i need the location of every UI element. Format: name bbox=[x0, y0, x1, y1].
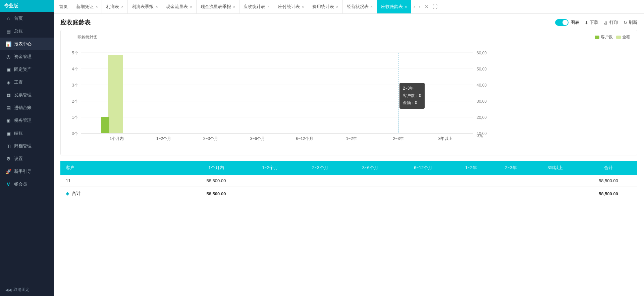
sidebar-item-label: 设置 bbox=[14, 156, 23, 162]
tab-bar: 首页 新增凭证 × 利润表 × 利润表季报 × 现金流量表 × 现金流量表季报 … bbox=[54, 0, 644, 14]
bar-amount-0 bbox=[108, 55, 123, 133]
sidebar-item-label: 首页 bbox=[14, 15, 23, 21]
header-actions: 图表 ⬇ 下载 🖨 打印 ↻ 刷新 bbox=[555, 19, 637, 26]
tab-close-icon[interactable]: × bbox=[371, 5, 373, 9]
tab-label: 现金流量表季报 bbox=[201, 4, 231, 10]
tab-cashflow-quarter[interactable]: 现金流量表季报 × bbox=[197, 0, 239, 13]
pin-icon: ◀◀ bbox=[5, 288, 11, 292]
tab-close-all-btn[interactable]: ✕ bbox=[423, 0, 431, 13]
bar-customer-0 bbox=[101, 117, 109, 133]
tab-close-icon[interactable]: × bbox=[336, 5, 338, 9]
chart-toggle-container: 图表 bbox=[555, 19, 579, 26]
tab-cashflow[interactable]: 现金流量表 × bbox=[162, 0, 196, 13]
tab-fullscreen-btn[interactable]: ⛶ bbox=[431, 0, 439, 13]
chart-svg: 5个 4个 3个 2个 1个 0个 60,000.00元 50,000.00元 … bbox=[64, 43, 487, 150]
col-total: 合计 bbox=[580, 161, 637, 175]
table-container: 客户 1个月内 1~2个月 2~3个月 3~6个月 6~12个月 1~2年 2~… bbox=[60, 161, 637, 200]
legend-customer-label: 客户数 bbox=[601, 34, 613, 40]
tab-close-icon[interactable]: × bbox=[267, 5, 269, 9]
tab-expense-stat[interactable]: 费用统计表 × bbox=[308, 0, 342, 13]
settings-icon: ⚙ bbox=[5, 156, 11, 161]
tab-label: 应收统计表 bbox=[244, 4, 265, 10]
cell-year12 bbox=[451, 175, 491, 187]
svg-text:2~3年: 2~3年 bbox=[393, 136, 404, 141]
sidebar-item-asset[interactable]: ▣ 固定资产 bbox=[0, 63, 54, 76]
sidebar: 专业版 ⌂ 首页 ▤ 总账 📊 报表中心 ◎ 资金管理 ▣ 固定资产 ◈ 工资 … bbox=[0, 0, 54, 296]
sidebar-item-home[interactable]: ⌂ 首页 bbox=[0, 12, 54, 25]
sidebar-item-label: 新手引导 bbox=[14, 168, 32, 175]
print-btn[interactable]: 🖨 打印 bbox=[604, 19, 618, 26]
tab-home[interactable]: 首页 bbox=[55, 0, 72, 13]
tab-close-icon[interactable]: × bbox=[121, 5, 123, 9]
tab-aging[interactable]: 应收账龄表 × bbox=[377, 0, 411, 13]
cell-month36 bbox=[345, 175, 395, 187]
inventory-icon: ▤ bbox=[5, 105, 11, 110]
tab-close-icon[interactable]: × bbox=[156, 5, 158, 9]
sidebar-item-fund[interactable]: ◎ 资金管理 bbox=[0, 50, 54, 63]
member-icon: V bbox=[5, 182, 11, 187]
sidebar-item-inventory[interactable]: ▤ 进销台账 bbox=[0, 101, 54, 114]
legend-amount-label: 金额 bbox=[622, 34, 630, 40]
legend-amount-color bbox=[616, 36, 621, 39]
tab-close-icon[interactable]: × bbox=[302, 5, 304, 9]
footer-total: 58,500.00 bbox=[580, 187, 637, 200]
sidebar-item-salary[interactable]: ◈ 工资 bbox=[0, 76, 54, 89]
tab-close-icon[interactable]: × bbox=[233, 5, 235, 9]
print-label: 打印 bbox=[609, 19, 618, 26]
sidebar-item-checkout[interactable]: ▣ 结账 bbox=[0, 127, 54, 140]
sidebar-item-label: 进销台账 bbox=[14, 105, 32, 111]
footer-year12 bbox=[451, 187, 491, 200]
tax-icon: ◉ bbox=[5, 118, 11, 123]
footer-month23 bbox=[295, 187, 345, 200]
tab-close-icon[interactable]: × bbox=[405, 5, 407, 9]
sidebar-item-invoice[interactable]: ▦ 发票管理 bbox=[0, 89, 54, 101]
chart-toggle-label: 图表 bbox=[571, 19, 579, 26]
sidebar-item-tax[interactable]: ◉ 税务管理 bbox=[0, 114, 54, 127]
tab-profit[interactable]: 利润表 × bbox=[102, 0, 127, 13]
sidebar-item-report[interactable]: 📊 报表中心 bbox=[0, 38, 54, 50]
sidebar-item-archive[interactable]: ◫ 归档管理 bbox=[0, 140, 54, 152]
sidebar-footer-pin[interactable]: ◀◀ 取消固定 bbox=[0, 284, 54, 296]
tab-voucher[interactable]: 新增凭证 × bbox=[72, 0, 102, 13]
sidebar-item-ledger[interactable]: ▤ 总账 bbox=[0, 25, 54, 38]
tab-next-btn[interactable]: › bbox=[417, 0, 423, 13]
sidebar-item-settings[interactable]: ⚙ 设置 bbox=[0, 152, 54, 165]
tab-biz-status[interactable]: 经营状况表 × bbox=[343, 0, 377, 13]
svg-text:1~2年: 1~2年 bbox=[346, 136, 357, 141]
refresh-btn[interactable]: ↻ 刷新 bbox=[624, 19, 637, 26]
sidebar-item-label: 资金管理 bbox=[14, 54, 32, 60]
svg-text:0元: 0元 bbox=[477, 133, 483, 138]
col-year12: 1~2年 bbox=[451, 161, 491, 175]
cell-customer: 11 bbox=[60, 175, 187, 187]
col-month612: 6~12个月 bbox=[395, 161, 451, 175]
cell-month612 bbox=[395, 175, 451, 187]
chart-toggle[interactable] bbox=[555, 19, 569, 26]
footer-month12 bbox=[245, 187, 295, 200]
sidebar-item-member[interactable]: V 畅会员 bbox=[0, 178, 54, 191]
tab-close-icon[interactable]: × bbox=[190, 5, 192, 9]
footer-month36 bbox=[345, 187, 395, 200]
svg-text:3年以上: 3年以上 bbox=[438, 136, 453, 141]
col-month36: 3~6个月 bbox=[345, 161, 395, 175]
svg-text:6~12个月: 6~12个月 bbox=[296, 136, 313, 141]
footer-year23 bbox=[491, 187, 531, 200]
svg-text:1个: 1个 bbox=[72, 115, 78, 120]
cell-month1: 58,500.00 bbox=[187, 175, 245, 187]
tab-receivable-stat[interactable]: 应收统计表 × bbox=[239, 0, 274, 13]
tab-prev-btn[interactable]: ‹ bbox=[411, 0, 417, 13]
tab-payable-stat[interactable]: 应付统计表 × bbox=[274, 0, 308, 13]
table-footer-row: ◈ 合计 58,500.00 58,500.00 bbox=[60, 187, 637, 200]
tab-label: 应付统计表 bbox=[278, 4, 300, 10]
cell-year23 bbox=[491, 175, 531, 187]
svg-text:5个: 5个 bbox=[72, 51, 78, 55]
col-year23: 2~3年 bbox=[491, 161, 531, 175]
sidebar-item-label: 税务管理 bbox=[14, 117, 32, 124]
tab-profit-quarter[interactable]: 利润表季报 × bbox=[128, 0, 162, 13]
sidebar-item-label: 固定资产 bbox=[14, 66, 32, 72]
legend-customer-color bbox=[595, 36, 599, 39]
archive-icon: ◫ bbox=[5, 143, 11, 149]
download-btn[interactable]: ⬇ 下载 bbox=[585, 19, 598, 26]
sidebar-item-guide[interactable]: 🚀 新手引导 bbox=[0, 165, 54, 178]
tab-close-icon[interactable]: × bbox=[96, 5, 98, 9]
col-month12: 1~2个月 bbox=[245, 161, 295, 175]
